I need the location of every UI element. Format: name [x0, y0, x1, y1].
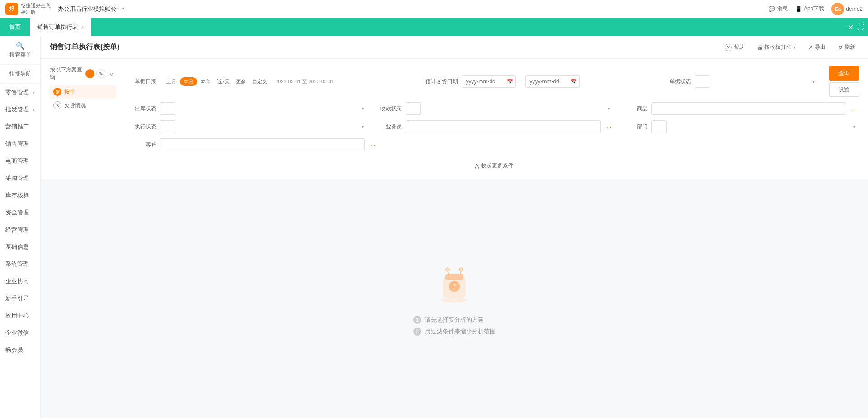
sidebar-item-sales[interactable]: 销售管理: [0, 135, 40, 152]
sidebar-item-member[interactable]: 畅会员: [0, 342, 40, 359]
search-btn-group: 查询 设置: [826, 66, 859, 97]
window-expand-icon[interactable]: ⛶: [857, 23, 864, 31]
sidebar-item-wholesale[interactable]: 批发管理: [0, 101, 40, 118]
execution-status-group: 执行状态: [129, 120, 368, 133]
product-input[interactable]: [651, 102, 847, 115]
status-group: 单据状态: [664, 75, 818, 88]
sidebar-item-ecommerce[interactable]: 电商管理: [0, 152, 40, 170]
payment-status-select[interactable]: [406, 102, 421, 115]
add-scheme-btn[interactable]: +: [85, 69, 94, 78]
salesperson-input[interactable]: [406, 120, 601, 133]
date-btn-7days[interactable]: 近7天: [214, 77, 232, 86]
search-button[interactable]: 查询: [829, 66, 859, 81]
salesperson-more-icon[interactable]: ···: [604, 123, 613, 130]
page-title: 销售订单执行表(按单): [50, 43, 120, 52]
tab-home[interactable]: 首页: [0, 18, 30, 36]
search-icon: 🔍: [2, 42, 38, 50]
collapse-row: ⋀ 收起更多条件: [129, 157, 859, 171]
expected-date-to-input[interactable]: [525, 75, 580, 88]
department-group: 部门: [621, 120, 859, 133]
scheme-item-order[interactable]: 按 按单: [50, 85, 116, 99]
message-icon: 💬: [769, 6, 775, 12]
date-range-text: 2023-03-01 至 2023-03-31: [275, 78, 334, 85]
page-header: 销售订单执行表(按单) ? 帮助 🖨 按模板打印 ▾ ↗ 导出 ↺ 刷新: [41, 36, 868, 59]
execution-status-select[interactable]: [160, 120, 175, 133]
payment-status-wrapper: [406, 102, 613, 115]
scheme-debt-icon: 欠: [53, 101, 61, 109]
sidebar-item-inventory[interactable]: 库存核算: [0, 187, 40, 204]
export-btn[interactable]: ↗ 导出: [805, 42, 829, 53]
sidebar-item-basic[interactable]: 基础信息: [0, 238, 40, 256]
date-btn-more[interactable]: 更多: [233, 77, 249, 86]
svg-text:?: ?: [453, 283, 456, 290]
filter-right-panel: 单据日期 上月 本月 本年 近7天 更多 自定义 2023-03-01 至 20…: [122, 66, 859, 171]
customer-input[interactable]: [160, 138, 365, 151]
date-btn-current-year[interactable]: 本年: [198, 77, 213, 86]
empty-tip-2: 2 用过滤条件来缩小分析范围: [413, 328, 495, 336]
app-title-dropdown[interactable]: ▾: [122, 6, 124, 11]
sidebar-item-operation[interactable]: 经营管理: [0, 221, 40, 238]
user-area[interactable]: Ea demo2: [831, 3, 863, 15]
customer-group: 客户 ···: [129, 138, 377, 151]
topbar-left: 好 畅捷通好生意 标准版 办公用品行业模拟账套 ▾: [5, 2, 124, 15]
expected-date-from-wrapper: [462, 75, 516, 88]
status-select[interactable]: [695, 75, 710, 88]
tab-close-icon[interactable]: ×: [81, 24, 84, 30]
sidebar-item-apps[interactable]: 应用中心: [0, 307, 40, 324]
svg-point-7: [446, 268, 449, 271]
help-btn[interactable]: ? 帮助: [721, 42, 748, 53]
user-avatar: Ea: [831, 3, 844, 15]
expected-date-group: 预计交货日期 —: [425, 75, 657, 88]
sidebar-quick-nav[interactable]: 快捷导航: [0, 65, 40, 84]
filter-row-3: 执行状态 业务员 ··· 部门: [129, 120, 859, 133]
tab-sales-order[interactable]: 销售订单执行表 ×: [30, 18, 91, 36]
scheme-item-debt[interactable]: 欠 欠货情况: [50, 99, 116, 112]
app-download-btn[interactable]: 📱 App下载: [795, 5, 824, 13]
customer-more-icon[interactable]: ···: [368, 141, 377, 148]
logo-text: 畅捷通好生意 标准版: [21, 2, 51, 15]
refresh-btn[interactable]: ↺ 刷新: [835, 42, 859, 53]
sidebar-item-system[interactable]: 系统管理: [0, 256, 40, 273]
product-group: 商品 ···: [621, 102, 859, 115]
sidebar-item-retail[interactable]: 零售管理: [0, 84, 40, 101]
window-close-icon[interactable]: ✕: [848, 23, 854, 32]
scheme-header: 按以下方案查询 + ✎ «: [50, 66, 116, 81]
empty-tips: 1 请先选择要分析的方案 2 用过滤条件来缩小分析范围: [413, 316, 495, 336]
topbar-right: 💬 消息 📱 App下载 Ea demo2: [769, 3, 863, 15]
tip-num-2: 2: [413, 328, 421, 336]
date-btn-current-month[interactable]: 本月: [180, 77, 197, 86]
collapse-scheme-btn[interactable]: «: [107, 69, 116, 78]
date-btn-last-month[interactable]: 上月: [164, 77, 179, 86]
product-more-icon[interactable]: ···: [850, 105, 859, 112]
delivery-status-wrapper: [160, 102, 368, 115]
tip-num-1: 1: [413, 316, 421, 324]
sidebar-item-cooperation[interactable]: 企业协同: [0, 273, 40, 290]
sidebar-item-wechat[interactable]: 企业微信: [0, 324, 40, 342]
sidebar-item-guide[interactable]: 新手引导: [0, 290, 40, 307]
department-wrapper: [651, 120, 859, 133]
salesperson-label: 业务员: [375, 123, 402, 131]
tabbar-right: ✕ ⛶: [848, 23, 868, 32]
print-btn[interactable]: 🖨 按模板打印 ▾: [754, 42, 799, 53]
empty-tip-1: 1 请先选择要分析的方案: [413, 316, 495, 324]
expected-date-from-input[interactable]: [462, 75, 516, 88]
sidebar: 🔍 搜索菜单 快捷导航 零售管理 批发管理 营销推广 销售管理 电商管理 采购管…: [0, 36, 41, 418]
collapse-more-btn[interactable]: ⋀ 收起更多条件: [469, 160, 519, 171]
date-btn-custom[interactable]: 自定义: [250, 77, 270, 86]
message-btn[interactable]: 💬 消息: [769, 5, 788, 13]
status-select-wrapper: [695, 75, 818, 88]
product-label: 商品: [621, 105, 648, 113]
delivery-status-label: 出库状态: [129, 105, 156, 113]
department-label: 部门: [621, 123, 648, 131]
execution-status-wrapper: [160, 120, 368, 133]
sidebar-item-finance[interactable]: 资金管理: [0, 204, 40, 221]
edit-scheme-btn[interactable]: ✎: [96, 69, 105, 78]
setting-button[interactable]: 设置: [829, 82, 859, 97]
page-actions: ? 帮助 🖨 按模板打印 ▾ ↗ 导出 ↺ 刷新: [721, 42, 859, 53]
sidebar-search-item[interactable]: 🔍 搜索菜单: [0, 36, 40, 65]
department-select[interactable]: [651, 120, 667, 133]
sidebar-item-marketing[interactable]: 营销推广: [0, 118, 40, 135]
sidebar-item-purchase[interactable]: 采购管理: [0, 170, 40, 187]
main-layout: 🔍 搜索菜单 快捷导航 零售管理 批发管理 营销推广 销售管理 电商管理 采购管…: [0, 36, 868, 418]
delivery-status-select[interactable]: [160, 102, 175, 115]
